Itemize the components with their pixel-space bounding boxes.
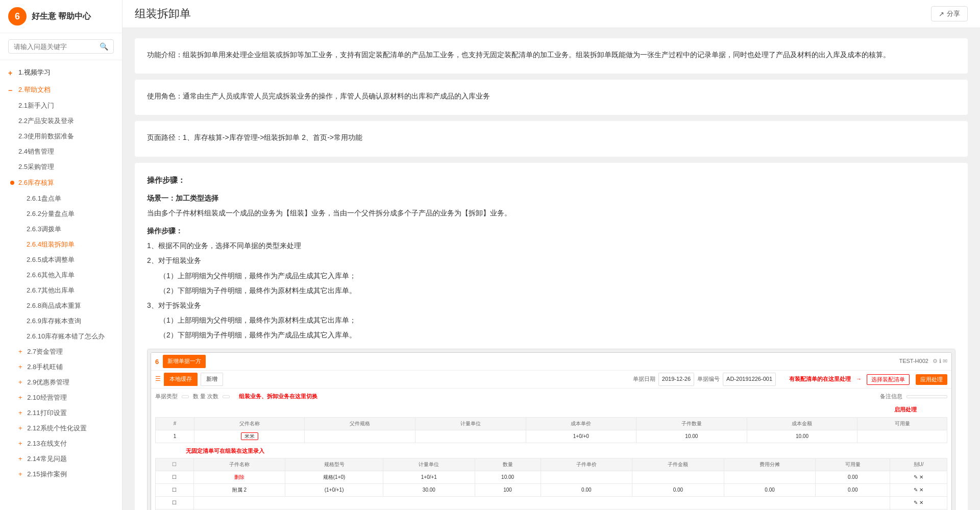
- plus-small2: +: [18, 363, 22, 371]
- crow1-spec: 规格(1+0): [285, 471, 383, 484]
- sidebar-item-adjust[interactable]: 2.6.3调拨单: [0, 222, 122, 237]
- memo-label: 备注信息: [880, 392, 902, 402]
- step3-2: （2）下部明细为子件明细，最终作为产成品生成其它入库单。: [147, 329, 955, 342]
- toolbar-orderno: AD-20191226-001: [723, 373, 776, 386]
- type-field: [182, 395, 189, 398]
- btn-apply: 应用处理: [916, 374, 947, 385]
- crow2-op: ✎ ✕: [890, 484, 947, 497]
- topbar: 组装拆卸单 ↗ 分享: [122, 0, 980, 28]
- crow1-op: ✎ ✕: [890, 471, 947, 484]
- search-area: 🔍: [0, 33, 122, 60]
- scene1-title: 场景一：加工类型选择: [147, 192, 955, 205]
- child-row-3: ☐ ✎ ✕: [156, 497, 947, 509]
- sidebar-item-cases[interactable]: + 2.15操作案例: [0, 467, 122, 482]
- sidebar-item-install[interactable]: 2.2产品安装及登录: [0, 113, 122, 129]
- sidebar-item-inv-error[interactable]: 2.6.10库存账本错了怎么办: [0, 329, 122, 344]
- annotation4-area: 无固定清单可在组装在这里录入: [155, 446, 947, 456]
- sidebar-item-stocktake[interactable]: 2.6.1盘点单: [0, 191, 122, 206]
- search-input[interactable]: [14, 43, 100, 51]
- sidebar-item-inv-query[interactable]: 2.6.9库存账本查询: [0, 313, 122, 329]
- child-row-2: ☐ 附属 2 (1+0/+1) 30.00 100 0.00 0.00 0.00: [156, 484, 947, 497]
- sidebar-item-product-cost[interactable]: 2.6.8商品成本重算: [0, 298, 122, 313]
- step2: 2、对于组装业务: [147, 254, 955, 267]
- steps-card: 操作步骤： 场景一：加工类型选择 当由多个子件材料组装成一个成品的业务为【组装】…: [135, 163, 968, 510]
- td-num: 1: [156, 430, 194, 443]
- share-button[interactable]: ↗ 分享: [931, 6, 968, 21]
- crow1-avail: 0.00: [816, 471, 890, 484]
- sidebar-item-cost[interactable]: 2.6.5成本调整单: [0, 252, 122, 268]
- cth-check: ☐: [156, 458, 194, 471]
- sidebar-item-split[interactable]: 2.6.2分量盘点单: [0, 206, 122, 222]
- logo-area: 6 好生意 帮助中心: [0, 0, 122, 33]
- sidebar-item-assembly[interactable]: 2.6.4组装拆卸单: [0, 237, 122, 252]
- toolbar-icon: ☰: [155, 374, 161, 385]
- sidebar-item-newbie[interactable]: 2.1新手入门: [0, 98, 122, 113]
- toolbar-date-label: 单据日期: [633, 374, 655, 384]
- step1: 1、根据不同的业务，选择不同单据的类型来处理: [147, 239, 955, 252]
- cth-price: 子件单价: [541, 458, 632, 471]
- crow2-split: 0.00: [724, 484, 816, 497]
- th-cost-amount: 成本金额: [747, 417, 857, 430]
- sidebar-item-voucher[interactable]: + 2.9优惠券管理: [0, 375, 122, 390]
- tab-new: 新增: [201, 373, 223, 386]
- plus-small5: +: [18, 409, 22, 417]
- search-wrap: 🔍: [8, 39, 114, 54]
- sidebar-item-online-pay[interactable]: + 2.13在线支付: [0, 436, 122, 451]
- sidebar-item-customize[interactable]: + 2.12系统个性化设置: [0, 421, 122, 436]
- th-parent-spec: 父件规格: [305, 417, 415, 430]
- annotation-text-2: 组装业务、拆卸业务在这里切换: [239, 392, 317, 402]
- plus-icon: +: [8, 69, 15, 76]
- screenshot-area: 6 新增单据一方 TEST-H002 ⚙ ℹ ✉ ☰ 本地缓存 新增: [147, 349, 955, 510]
- th-parent-name: 父件名称: [194, 417, 305, 430]
- path-text: 页面路径：1、库存核算->库存管理->组装拆卸单 2、首页->常用功能: [147, 131, 955, 144]
- plus-small3: +: [18, 378, 22, 386]
- sidebar-item-operation[interactable]: + 2.10经营管理: [0, 390, 122, 405]
- nav-list: + 1.视频学习 − 2.帮助文档 2.1新手入门 2.2产品安装及登录 2.3…: [0, 60, 122, 510]
- sidebar-item-other-in[interactable]: 2.6.6其他入库单: [0, 268, 122, 283]
- parent-table-header: # 父件名称 父件规格 计量单位 成本单价 子件数量 成本金额 可用量: [156, 417, 947, 430]
- td-child-qty: 10.00: [636, 430, 747, 443]
- app-main: 单据类型 数 量 次数 组装业务、拆卸业务在这里切换 备注信息: [151, 388, 951, 510]
- sidebar-item-data[interactable]: 2.3使用前数据准备: [0, 129, 122, 144]
- crow2-check: ☐: [156, 484, 194, 497]
- sim-new-btn: 新增单据一方: [163, 355, 206, 368]
- logo-icon: 6: [8, 7, 27, 26]
- intro-text: 功能介绍：组装拆卸单用来处理企业组装或拆卸等加工业务，支持有固定装配清单的产品加…: [147, 48, 955, 61]
- annotation-text-1: 有装配清单的在这里处理: [789, 374, 851, 384]
- step3: 3、对于拆装业务: [147, 299, 955, 312]
- child-table-header: ☐ 子件名称 规格型号 计量单位 数量 子件单价 子件金额 费用分摊 可用量: [156, 458, 947, 471]
- sidebar-item-print[interactable]: + 2.11打印设置: [0, 405, 122, 421]
- sidebar: 6 好生意 帮助中心 🔍 + 1.视频学习 − 2.帮助文档 2.1新手入门: [0, 0, 122, 510]
- parent-name-field: 米米: [241, 432, 258, 440]
- crow3-empty: [193, 497, 890, 509]
- crow2-amount: 0.00: [632, 484, 724, 497]
- cth-name: 子件名称: [193, 458, 285, 471]
- cth-unit: 计量单位: [383, 458, 475, 471]
- search-button[interactable]: 🔍: [100, 42, 108, 51]
- plus-small: +: [18, 348, 22, 355]
- sidebar-item-purchase[interactable]: 2.5采购管理: [0, 159, 122, 175]
- sidebar-item-other-out[interactable]: 2.6.7其他出库单: [0, 283, 122, 298]
- sidebar-item-sales[interactable]: 2.4销售管理: [0, 144, 122, 159]
- annotation-text-4: 无固定清单可在组装在这里录入: [186, 448, 264, 454]
- app-topbar: 6 新增单据一方 TEST-H002 ⚙ ℹ ✉: [151, 353, 951, 371]
- sidebar-item-inventory[interactable]: 2.6库存核算: [0, 175, 122, 191]
- sidebar-item-mobile[interactable]: + 2.8手机旺铺: [0, 359, 122, 375]
- th-num: #: [156, 417, 194, 430]
- child-table: ☐ 子件名称 规格型号 计量单位 数量 子件单价 子件金额 费用分摊 可用量: [155, 458, 947, 510]
- toolbar-date: 2019-12-26: [658, 373, 694, 386]
- scene1-desc: 当由多个子件材料组装成一个成品的业务为【组装】业务，当由一个父件拆分成多个子产品…: [147, 207, 955, 220]
- th-available: 可用量: [857, 417, 947, 430]
- sidebar-item-faq[interactable]: + 2.14常见问题: [0, 451, 122, 467]
- annotation3-area: 启用处理: [155, 405, 947, 415]
- arrow-right: →: [856, 374, 862, 384]
- qty-label: 数 量 次数: [193, 392, 218, 402]
- app-topbar-id: TEST-H002: [899, 356, 928, 367]
- btn-select-bom: 选择装配清单: [867, 374, 910, 385]
- sidebar-item-video[interactable]: + 1.视频学习: [0, 64, 122, 81]
- app-toolbar: ☰ 本地缓存 新增 单据日期 2019-12-26 单据编号 AD-201912…: [151, 371, 951, 388]
- sidebar-item-docs[interactable]: − 2.帮助文档: [0, 82, 122, 98]
- tab-local-cache: 本地缓存: [164, 373, 198, 386]
- sidebar-item-fund[interactable]: + 2.7资金管理: [0, 344, 122, 359]
- crow1-amount: [632, 471, 724, 484]
